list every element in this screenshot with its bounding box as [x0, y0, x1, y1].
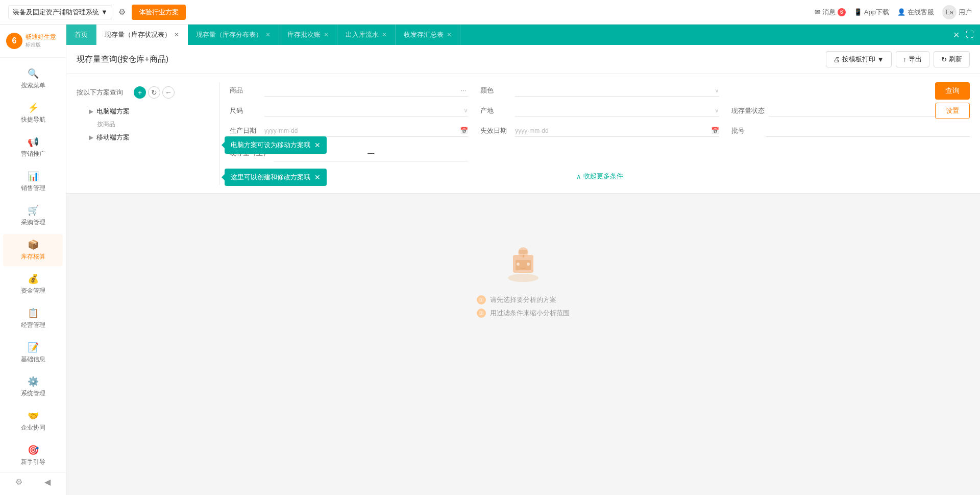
tab-inventory-status[interactable]: 现存量（库存状况表） ✕: [96, 25, 188, 45]
add-scheme-btn[interactable]: +: [134, 86, 146, 99]
sidebar-item-label: 销售管理: [21, 184, 45, 193]
tab-label: 出入库流水: [346, 30, 379, 39]
batch-input[interactable]: [766, 125, 970, 137]
tab-close-icon[interactable]: ✕: [382, 31, 387, 38]
chevron-down-icon: ▼: [877, 56, 884, 63]
sidebar-item-finance[interactable]: 💰 资金管理: [3, 268, 63, 300]
form-item-product: 商品 ···: [230, 84, 468, 97]
size-select[interactable]: ∨: [264, 105, 468, 116]
message-badge: 6: [838, 8, 846, 16]
expire-date-input[interactable]: yyyy-mm-dd 📅: [515, 125, 719, 137]
stock-qty-max-input[interactable]: [378, 147, 468, 159]
sidebar-item-label: 基础信息: [21, 355, 45, 364]
print-button[interactable]: 🖨 按模板打印 ▼: [826, 51, 892, 67]
tab-label: 收发存汇总表: [404, 30, 444, 39]
app-download-btn[interactable]: 📱 App下载: [854, 8, 889, 17]
tab-close-icon[interactable]: ✕: [447, 31, 452, 38]
sidebar-item-basic-info[interactable]: 📝 基础信息: [3, 337, 63, 369]
message-btn[interactable]: ✉ 消息 6: [815, 8, 846, 17]
empty-illustration: [498, 234, 549, 287]
scheme-node-mobile[interactable]: ▶ 移动端方案: [85, 131, 219, 144]
scheme-node-label: 移动端方案: [96, 133, 130, 142]
logo-badge: 标准版: [26, 41, 56, 49]
empty-tip-1: ① 请先选择要分析的方案: [477, 295, 570, 304]
sidebar-item-sales[interactable]: 📊 销售管理: [3, 166, 63, 198]
color-select[interactable]: ∨: [515, 85, 719, 97]
sidebar-item-label: 经营管理: [21, 321, 45, 329]
sidebar-item-search[interactable]: 🔍 搜索菜单: [3, 63, 63, 95]
sidebar-item-label: 快捷导航: [21, 115, 45, 124]
sidebar-collapse-icon[interactable]: ◀: [44, 477, 51, 487]
tab-label: 首页: [75, 30, 88, 39]
arrow-icon: ▶: [89, 108, 93, 115]
field-label-origin: 产地: [480, 106, 511, 115]
print-icon: 🖨: [834, 56, 840, 63]
sidebar-item-label: 企业协同: [21, 423, 45, 432]
tip-number-2: ②: [477, 309, 486, 318]
tooltip-close-btn-1[interactable]: ✕: [314, 141, 321, 149]
system-selector[interactable]: 装备及固定资产辅助管理系统 ▼: [8, 5, 112, 19]
node-sub-label: 按商品: [97, 120, 115, 129]
product-ellipsis-btn[interactable]: ···: [458, 86, 468, 94]
sidebar-item-marketing[interactable]: 📢 营销推广: [3, 131, 63, 163]
sidebar-item-nav[interactable]: ⚡ 快捷导航: [3, 97, 63, 129]
tab-close-icon[interactable]: ✕: [174, 31, 179, 38]
chevron-down-icon: ▼: [101, 8, 108, 16]
page-title: 现存量查询(按仓库+商品): [77, 54, 168, 65]
tab-recv-summary[interactable]: 收发存汇总表 ✕: [396, 25, 460, 45]
collapse-conditions-btn[interactable]: ∧ 收起更多条件: [230, 168, 970, 185]
tip-text-1: 请先选择要分析的方案: [490, 295, 556, 304]
refresh-button[interactable]: ↻ 刷新: [934, 51, 970, 67]
settings-icon[interactable]: ⚙: [118, 7, 126, 17]
online-support-btn[interactable]: 👤 在线客服: [897, 8, 934, 17]
scheme-node-pc-sub[interactable]: 按商品: [93, 118, 219, 131]
money-icon: 💰: [28, 273, 39, 285]
doc-icon: 📝: [28, 342, 39, 353]
back-scheme-btn[interactable]: ←: [162, 86, 175, 99]
sidebar-item-operations[interactable]: 📋 经营管理: [3, 302, 63, 335]
tab-home[interactable]: 首页: [66, 25, 96, 45]
page-header: 现存量查询(按仓库+商品) 🖨 按模板打印 ▼ ↑ 导出 ↻: [66, 45, 980, 74]
export-button[interactable]: ↑ 导出: [896, 51, 930, 67]
tab-close-all-icon[interactable]: ✕: [951, 28, 962, 42]
sidebar-item-collab[interactable]: 🤝 企业协同: [3, 405, 63, 437]
scheme-node-pc[interactable]: ▶ 电脑端方案: [85, 105, 219, 118]
user-label: 用户: [959, 8, 972, 17]
tab-close-icon[interactable]: ✕: [265, 31, 271, 38]
origin-select[interactable]: ∨: [515, 105, 719, 116]
target-icon: 🎯: [28, 444, 39, 456]
sidebar-item-system[interactable]: ⚙️ 系统管理: [3, 371, 63, 403]
reset-button[interactable]: 设置: [935, 103, 970, 119]
tab-fullscreen-icon[interactable]: ⛶: [964, 28, 976, 41]
refresh-icon: ↻: [941, 56, 947, 63]
tab-bar: 首页 现存量（库存状况表） ✕ 现存量（库存分布表） ✕ 库存批次账 ✕ 出入库…: [66, 25, 980, 45]
search-button[interactable]: 查询: [935, 82, 970, 100]
tab-close-icon[interactable]: ✕: [324, 31, 329, 38]
tooltip-popup-2: 这里可以创建和修改方案哦 ✕: [225, 169, 327, 186]
field-label-stock-status: 现存量状态: [731, 106, 765, 115]
sidebar-settings-icon[interactable]: ⚙: [15, 477, 22, 487]
tab-in-out-flow[interactable]: 出入库流水 ✕: [337, 25, 396, 45]
chevron-down-icon: ∨: [463, 107, 468, 114]
empty-tip-2: ② 用过滤条件来缩小分析范围: [477, 309, 570, 318]
svg-rect-4: [519, 250, 527, 254]
sidebar-item-inventory[interactable]: 📦 库存核算: [3, 234, 63, 266]
sidebar-item-guide[interactable]: 🎯 新手引导: [3, 439, 63, 472]
tooltip-close-btn-2[interactable]: ✕: [314, 173, 321, 181]
svg-point-0: [508, 274, 538, 282]
form-item-stock-status: 现存量状态 ∨: [731, 105, 970, 116]
field-label-prod-date: 生产日期: [230, 126, 260, 135]
chevron-up-icon: ∧: [576, 173, 581, 180]
prod-date-input[interactable]: yyyy-mm-dd 📅: [264, 125, 468, 137]
form-item-size: 尺码 ∨: [230, 105, 468, 116]
chart-icon: 📊: [28, 171, 39, 182]
tab-inventory-dist[interactable]: 现存量（库存分布表） ✕: [188, 25, 279, 45]
tooltip-text-1: 电脑方案可设为移动方案哦: [231, 140, 310, 150]
tooltip-text-2: 这里可以创建和修改方案哦: [231, 173, 310, 182]
cart-icon: 🛒: [28, 205, 39, 216]
user-menu[interactable]: Ea 用户: [942, 5, 972, 19]
tab-batch-account[interactable]: 库存批次账 ✕: [279, 25, 337, 45]
trial-button[interactable]: 体验行业方案: [132, 5, 186, 20]
refresh-scheme-btn[interactable]: ↻: [148, 86, 160, 99]
sidebar-item-purchase[interactable]: 🛒 采购管理: [3, 200, 63, 232]
